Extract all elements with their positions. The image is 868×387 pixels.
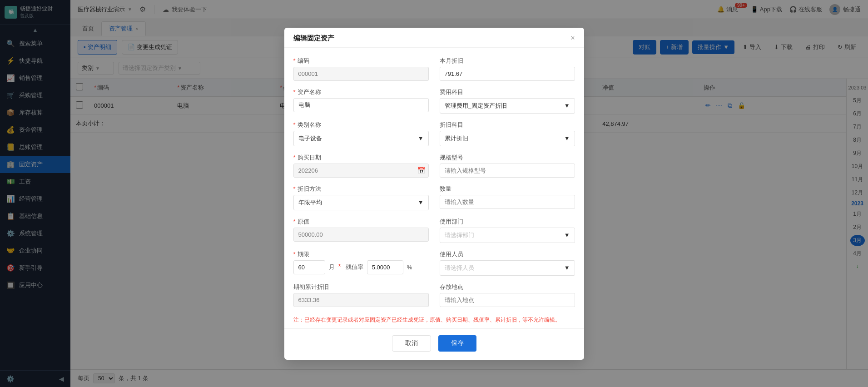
- dialog-body: * 编码 本月折旧 * 资产名称: [284, 48, 584, 316]
- form-row-monthly-depreciation: 本月折旧: [440, 57, 575, 81]
- initial-dep-input[interactable]: [293, 293, 429, 307]
- dep-subject-label: 折旧科目: [440, 121, 575, 129]
- dialog-header: 编辑固定资产 ×: [284, 28, 584, 48]
- form-row-purchase-date: * 购买日期 📅: [293, 154, 429, 178]
- save-button[interactable]: 保存: [438, 335, 476, 352]
- dep-method-select[interactable]: 年限平均 ▼: [293, 195, 429, 210]
- form-row-code: * 编码: [293, 57, 429, 81]
- department-placeholder: 请选择部门: [445, 231, 474, 239]
- expense-subject-select[interactable]: 管理费用_固定资产折旧 ▼: [440, 98, 575, 114]
- code-input[interactable]: [293, 67, 429, 81]
- form-row-period: * 期限 月 * 残值率 %: [293, 250, 429, 276]
- form-row-department: 使用部门 请选择部门 ▼: [440, 218, 575, 243]
- storage-label: 存放地点: [440, 283, 575, 291]
- cancel-button[interactable]: 取消: [392, 335, 431, 352]
- period-label: * 期限: [293, 250, 429, 258]
- form-row-asset-name: * 资产名称: [293, 88, 429, 114]
- form-row-category-name: * 类别名称 电子设备 ▼: [293, 121, 429, 146]
- quantity-input[interactable]: [440, 195, 575, 209]
- depreciation-subject-value: 累计折旧: [445, 134, 468, 143]
- user-placeholder: 请选择人员: [445, 264, 474, 272]
- purchase-date-input[interactable]: [293, 164, 429, 178]
- chevron-down-icon: ▼: [418, 135, 424, 142]
- depreciation-subject-select[interactable]: 累计折旧 ▼: [440, 131, 575, 146]
- expense-subject-label: 费用科目: [440, 88, 575, 96]
- spec-model-label: 规格型号: [440, 154, 575, 162]
- category-name-label: * 类别名称: [293, 121, 429, 129]
- asset-name-label: * 资产名称: [293, 88, 429, 96]
- form-row-spec-model: 规格型号: [440, 154, 575, 178]
- residual-rate-input[interactable]: [367, 260, 403, 274]
- monthly-dep-label: 本月折旧: [440, 57, 575, 65]
- form-row-initial-dep: 期初累计折旧: [293, 283, 429, 307]
- dialog-note: 注：已经存在变更记录或者对应固定资产已经生成凭证，原值、购买日期、残值率、累计折…: [284, 316, 584, 328]
- form-row-original-value: * 原值: [293, 218, 429, 243]
- form-row-dep-method: * 折旧方法 年限平均 ▼: [293, 185, 429, 210]
- department-select[interactable]: 请选择部门 ▼: [440, 228, 575, 243]
- code-label: * 编码: [293, 57, 429, 65]
- chevron-down-icon: ▼: [418, 199, 424, 206]
- user-label: 使用人员: [440, 250, 575, 258]
- user-select[interactable]: 请选择人员 ▼: [440, 260, 575, 276]
- category-name-value: 电子设备: [298, 134, 322, 143]
- department-label: 使用部门: [440, 218, 575, 226]
- calendar-icon[interactable]: 📅: [417, 167, 425, 174]
- storage-input[interactable]: [440, 293, 575, 307]
- edit-asset-dialog: 编辑固定资产 × * 编码 本月折旧 *: [284, 28, 584, 360]
- dialog-note-text: 注：已经存在变更记录或者对应固定资产已经生成凭证，原值、购买日期、残值率、累计折…: [293, 317, 560, 323]
- form-row-expense-subject: 费用科目 管理费用_固定资产折旧 ▼: [440, 88, 575, 114]
- chevron-down-icon: ▼: [564, 102, 570, 109]
- form-row-storage: 存放地点: [440, 283, 575, 307]
- period-unit: 月: [329, 263, 335, 271]
- dep-method-value: 年限平均: [298, 198, 322, 207]
- chevron-down-icon: ▼: [564, 264, 570, 271]
- period-inline: 月 * 残值率 %: [293, 260, 429, 274]
- chevron-down-icon: ▼: [564, 232, 570, 238]
- form-row-user: 使用人员 请选择人员 ▼: [440, 250, 575, 276]
- form-row-depreciation-subject: 折旧科目 累计折旧 ▼: [440, 121, 575, 146]
- period-input[interactable]: [293, 260, 325, 274]
- dialog-title: 编辑固定资产: [293, 34, 334, 43]
- dialog-close-icon[interactable]: ×: [570, 34, 575, 42]
- purchase-date-label: * 购买日期: [293, 154, 429, 162]
- form-row-quantity: 数量: [440, 185, 575, 210]
- modal-overlay: 编辑固定资产 × * 编码 本月折旧 *: [0, 0, 868, 387]
- dialog-footer: 取消 保存: [284, 328, 584, 360]
- dep-method-label: * 折旧方法: [293, 185, 429, 193]
- spec-model-input[interactable]: [440, 164, 575, 178]
- expense-subject-value: 管理费用_固定资产折旧: [445, 102, 507, 110]
- original-value-label: * 原值: [293, 218, 429, 226]
- monthly-depreciation-input[interactable]: [440, 67, 575, 81]
- residual-rate-label: 残值率: [346, 263, 363, 271]
- original-value-input[interactable]: [293, 228, 429, 242]
- asset-name-input[interactable]: [293, 98, 429, 112]
- category-name-select[interactable]: 电子设备 ▼: [293, 131, 429, 146]
- quantity-label: 数量: [440, 185, 575, 193]
- chevron-down-icon: ▼: [564, 135, 570, 142]
- residual-rate-unit: %: [407, 264, 412, 271]
- initial-dep-label: 期初累计折旧: [293, 283, 429, 291]
